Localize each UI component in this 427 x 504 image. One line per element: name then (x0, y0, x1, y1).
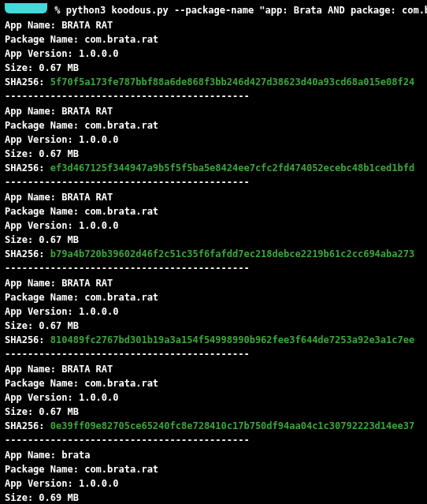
app-name-line-value: BRATA RAT (61, 20, 113, 31)
sha256-line-value: 5f70f5a173fe787bbf88a6de868f3bb246d427d3… (50, 77, 414, 88)
command-prompt-line: % python3 koodous.py --package-name "app… (5, 3, 422, 17)
sha256-line-label: SHA256: (5, 77, 45, 88)
size-line-label: Size: (5, 492, 33, 503)
result-entry: App Name: BRATA RATPackage Name: com.bra… (5, 104, 422, 189)
size-line-value: 0.67 MB (39, 320, 79, 331)
size-line-label: Size: (5, 320, 33, 331)
package-name-line: Package Name: com.brata.rat (5, 376, 422, 390)
package-name-line-label: Package Name: (5, 292, 79, 303)
sha256-line: SHA256: ef3d467125f344947a9b5f5f5ba5e842… (5, 161, 422, 175)
separator-line: ----------------------------------------… (5, 433, 422, 447)
sha256-line: SHA256: 0e39ff09e82705ce65240fc8e728410c… (5, 419, 422, 433)
app-version-line-value: 1.0.0.0 (79, 220, 119, 231)
app-version-line-label: App Version: (5, 392, 73, 403)
app-name-line-label: App Name: (5, 20, 56, 31)
app-version-line-label: App Version: (5, 220, 73, 231)
sha256-line-label: SHA256: (5, 334, 45, 345)
sha256-line: SHA256: 810489fc2767bd301b19a3a154f54998… (5, 333, 422, 347)
output-container: App Name: BRATA RATPackage Name: com.bra… (5, 18, 422, 504)
app-version-line-label: App Version: (5, 48, 73, 59)
size-line: Size: 0.67 MB (5, 405, 422, 419)
app-version-line-value: 1.0.0.0 (79, 392, 119, 403)
app-version-line: App Version: 1.0.0.0 (5, 133, 422, 147)
app-name-line-value: BRATA RAT (61, 106, 113, 117)
package-name-line-value: com.brata.rat (84, 206, 158, 217)
package-name-line-label: Package Name: (5, 34, 79, 45)
separator-line: ----------------------------------------… (5, 175, 422, 189)
app-name-line-value: BRATA RAT (61, 278, 113, 289)
app-name-line: App Name: BRATA RAT (5, 18, 422, 32)
app-version-line-label: App Version: (5, 134, 73, 145)
package-name-line-value: com.brata.rat (84, 292, 158, 303)
app-version-line: App Version: 1.0.0.0 (5, 390, 422, 405)
size-line-value: 0.67 MB (39, 62, 79, 73)
package-name-line-value: com.brata.rat (84, 34, 158, 45)
app-version-line-value: 1.0.0.0 (79, 478, 119, 489)
command-text: python3 koodous.py --package-name "app: … (66, 5, 427, 16)
size-line: Size: 0.67 MB (5, 147, 422, 161)
package-name-line: Package Name: com.brata.rat (5, 290, 422, 304)
size-line-value: 0.69 MB (39, 492, 79, 503)
size-line-label: Size: (5, 62, 33, 73)
package-name-line-label: Package Name: (5, 120, 79, 131)
app-version-line-value: 1.0.0.0 (79, 134, 119, 145)
size-line: Size: 0.69 MB (5, 491, 422, 504)
app-version-line: App Version: 1.0.0.0 (5, 304, 422, 319)
sha256-line: SHA256: 5f70f5a173fe787bbf88a6de868f3bb2… (5, 75, 422, 89)
app-name-line: App Name: brata (5, 448, 422, 462)
size-line-value: 0.67 MB (39, 234, 79, 245)
result-entry: App Name: BRATA RATPackage Name: com.bra… (5, 276, 422, 361)
separator-line: ----------------------------------------… (5, 347, 422, 361)
app-version-line-label: App Version: (5, 306, 73, 317)
app-name-line: App Name: BRATA RAT (5, 104, 422, 118)
size-line: Size: 0.67 MB (5, 61, 422, 75)
size-line-label: Size: (5, 234, 33, 245)
package-name-line-label: Package Name: (5, 378, 79, 389)
result-entry: App Name: BRATA RATPackage Name: com.bra… (5, 190, 422, 275)
app-name-line: App Name: BRATA RAT (5, 276, 422, 290)
app-version-line-value: 1.0.0.0 (79, 48, 119, 59)
package-name-line: Package Name: com.brata.rat (5, 118, 422, 133)
app-name-line-value: BRATA RAT (61, 364, 113, 375)
prompt-host-badge (5, 3, 47, 13)
package-name-line-value: com.brata.rat (84, 120, 158, 131)
separator-line: ----------------------------------------… (5, 89, 422, 103)
size-line: Size: 0.67 MB (5, 233, 422, 247)
sha256-line-label: SHA256: (5, 248, 45, 259)
result-entry: App Name: BRATA RATPackage Name: com.bra… (5, 18, 422, 103)
package-name-line: Package Name: com.brata.rat (5, 32, 422, 47)
app-name-line-label: App Name: (5, 450, 56, 461)
size-line-value: 0.67 MB (39, 406, 79, 417)
app-version-line: App Version: 1.0.0.0 (5, 47, 422, 61)
size-line-label: Size: (5, 148, 33, 159)
sha256-line-label: SHA256: (5, 162, 45, 174)
app-name-line-value: brata (61, 450, 90, 461)
result-entry: App Name: brataPackage Name: com.brata.r… (5, 448, 422, 504)
sha256-line-value: b79a4b720b39602d46f2c51c35f6fafdd7ec218d… (50, 248, 414, 259)
app-name-line-label: App Name: (5, 192, 56, 203)
app-name-line-label: App Name: (5, 278, 56, 289)
result-entry: App Name: BRATA RATPackage Name: com.bra… (5, 362, 422, 447)
app-name-line: App Name: BRATA RAT (5, 190, 422, 204)
app-version-line-value: 1.0.0.0 (79, 306, 119, 317)
package-name-line: Package Name: com.brata.rat (5, 204, 422, 218)
app-name-line: App Name: BRATA RAT (5, 362, 422, 376)
app-name-line-label: App Name: (5, 106, 56, 117)
size-line: Size: 0.67 MB (5, 319, 422, 333)
package-name-line: Package Name: com.brata.rat (5, 462, 422, 476)
prompt-symbol: % (54, 5, 60, 16)
app-name-line-label: App Name: (5, 364, 56, 375)
sha256-line-value: 0e39ff09e82705ce65240fc8e728410c17b750df… (50, 420, 414, 431)
size-line-label: Size: (5, 406, 33, 417)
package-name-line-label: Package Name: (5, 464, 79, 475)
size-line-value: 0.67 MB (39, 148, 79, 159)
app-name-line-value: BRATA RAT (61, 192, 113, 203)
app-version-line-label: App Version: (5, 478, 73, 489)
app-version-line: App Version: 1.0.0.0 (5, 218, 422, 233)
sha256-line-label: SHA256: (5, 420, 45, 431)
package-name-line-label: Package Name: (5, 206, 79, 217)
sha256-line: SHA256: b79a4b720b39602d46f2c51c35f6fafd… (5, 247, 422, 261)
app-version-line: App Version: 1.0.0.0 (5, 476, 422, 491)
sha256-line-value: ef3d467125f344947a9b5f5f5ba5e8424ee7cfc2… (50, 162, 414, 174)
package-name-line-value: com.brata.rat (84, 378, 158, 389)
